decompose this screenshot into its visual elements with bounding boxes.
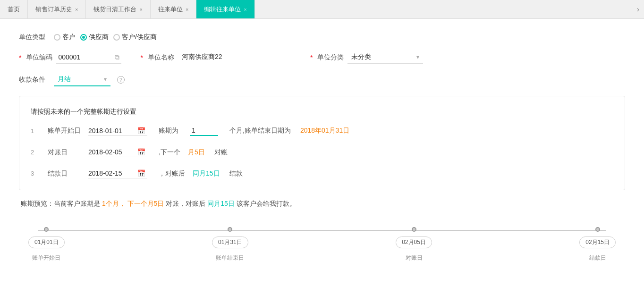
unit-code-group: * 单位编码 ⧉ — [19, 51, 121, 64]
payment-dropdown-icon: ▾ — [104, 76, 107, 83]
field-label-2: 对账日 — [48, 148, 81, 157]
reconcile-desc-prefix: ,下一个 — [159, 148, 180, 157]
row-num-2: 2 — [31, 149, 40, 156]
section-title: 请按照未来的一个完整帐期进行设置 — [31, 108, 613, 116]
tl-sublabel-1: 账单开始日 — [32, 254, 60, 262]
tl-sublabel-3: 对账日 — [406, 254, 423, 262]
timeline-point-3: 02月05日 对账日 — [396, 222, 432, 262]
billing-row-2: 2 对账日 📅 ,下一个 月5日 对账 — [31, 147, 613, 157]
calendar-icon-1[interactable]: 📅 — [136, 127, 147, 135]
tab-home[interactable]: 首页 — [0, 0, 28, 18]
tl-badge-3: 02月05日 — [396, 236, 432, 248]
tab-sales-order-history[interactable]: 销售订单历史 × — [28, 0, 86, 18]
timeline-point-2: 01月31日 账单结束日 — [212, 222, 248, 262]
close-tab-sales[interactable]: × — [75, 7, 78, 12]
timeline-point-1: 01月01日 账单开始日 — [28, 222, 65, 262]
required-star-classify: * — [310, 54, 313, 61]
main-content: 单位类型 客户 供应商 客户/供应商 * 单位编码 ⧉ * 单位名称 — [0, 19, 644, 287]
field-label-3: 结款日 — [48, 169, 81, 178]
unit-type-label: 单位类型 — [19, 33, 45, 42]
payment-terms-value: 月结 — [58, 75, 104, 84]
unit-name-input[interactable] — [178, 51, 282, 63]
unit-name-label: 单位名称 — [148, 53, 174, 62]
billing-row-1: 1 账单开始日 📅 账期为 个月,账单结束日期为 2018年01月31日 — [31, 126, 613, 136]
payment-desc-prefix: ，对账后 — [159, 169, 185, 178]
payment-date-input[interactable] — [88, 169, 136, 177]
date-input-2: 📅 — [88, 147, 147, 157]
unit-code-input-wrap: ⧉ — [56, 51, 121, 64]
tl-dot-2 — [228, 227, 232, 232]
unit-classify-value: 未分类 — [351, 53, 416, 61]
radio-supplier[interactable]: 供应商 — [80, 33, 109, 42]
tab-partner-units[interactable]: 往来单位 × — [151, 0, 196, 18]
tab-cash-reconciliation[interactable]: 钱货日清工作台 × — [86, 0, 150, 18]
reconcile-date-input[interactable] — [88, 148, 136, 156]
required-star-name: * — [140, 54, 143, 61]
radio-customer-supplier[interactable]: 客户/供应商 — [113, 33, 157, 42]
preview-suffix: 该客户会给我打款。 — [237, 200, 296, 207]
unit-classify-select[interactable]: 未分类 ▾ — [347, 51, 423, 64]
close-tab-cash[interactable]: × — [139, 7, 142, 12]
tl-badge-2: 01月31日 — [212, 236, 248, 248]
tab-edit-partner-unit[interactable]: 编辑往来单位 × — [196, 0, 254, 18]
billing-row-3: 3 结款日 📅 ，对账后 同月15日 结款 — [31, 169, 613, 178]
tl-dot-1 — [44, 227, 49, 232]
timeline-container: 01月01日 账单开始日 01月31日 账单结束日 02月05日 对账日 02月… — [19, 218, 625, 267]
copy-icon[interactable]: ⧉ — [113, 53, 121, 61]
unit-classify-label: 单位分类 — [317, 53, 344, 62]
close-tab-partner[interactable]: × — [186, 7, 188, 12]
preview-middle: 对账，对账后 — [166, 200, 205, 207]
preview-part2: 下一个月5日 — [127, 200, 164, 207]
radio-customer-supplier-label: 客户/供应商 — [122, 33, 157, 42]
preview-part1: 1个月， — [102, 200, 126, 207]
payment-terms-label: 收款条件 — [19, 76, 45, 84]
row-num-1: 1 — [31, 127, 40, 135]
row-num-3: 3 — [31, 170, 40, 177]
required-star-code: * — [19, 54, 21, 61]
reconcile-highlight: 月5日 — [188, 148, 205, 157]
period-unit-1: 个月,账单结束日期为 — [229, 127, 291, 135]
preview-part3: 同月15日 — [207, 200, 235, 207]
billing-section: 请按照未来的一个完整帐期进行设置 1 账单开始日 📅 账期为 个月,账单结束日期… — [19, 96, 625, 190]
preview-prefix: 账期预览：当前客户账期是 — [21, 200, 100, 207]
unit-code-label: 单位编码 — [26, 53, 52, 62]
field-label-1: 账单开始日 — [48, 127, 81, 135]
date-input-3: 📅 — [88, 169, 147, 178]
preview-row: 账期预览：当前客户账期是 1个月， 下一个月5日 对账，对账后 同月15日 该客… — [19, 200, 625, 208]
start-date-input[interactable] — [88, 127, 136, 135]
unit-code-input[interactable] — [56, 53, 113, 61]
help-icon[interactable]: ? — [117, 76, 125, 84]
tl-sublabel-2: 账单结束日 — [216, 254, 244, 262]
radio-customer-label: 客户 — [62, 33, 76, 42]
calendar-icon-2[interactable]: 📅 — [136, 148, 147, 156]
radio-supplier-label: 供应商 — [89, 33, 109, 42]
tl-badge-4: 02月15日 — [579, 236, 616, 248]
timeline-point-4: 02月15日 结款日 — [579, 222, 616, 262]
unit-info-row: * 单位编码 ⧉ * 单位名称 * 单位分类 未分类 ▾ — [19, 51, 625, 64]
radio-customer[interactable]: 客户 — [54, 33, 76, 42]
payment-terms-row: 收款条件 月结 ▾ ? — [19, 73, 625, 86]
unit-classify-group: * 单位分类 未分类 ▾ — [310, 51, 423, 64]
unit-type-row: 单位类型 客户 供应商 客户/供应商 — [19, 33, 625, 42]
payment-terms-select[interactable]: 月结 ▾ — [54, 73, 110, 86]
reconcile-desc-suffix: 对账 — [214, 148, 228, 157]
tab-more-button[interactable]: › — [632, 5, 644, 14]
tl-dot-4 — [595, 227, 600, 232]
tl-dot-3 — [412, 227, 416, 232]
calendar-icon-3[interactable]: 📅 — [136, 169, 147, 177]
period-input[interactable] — [190, 126, 218, 136]
classify-dropdown-icon: ▾ — [416, 54, 419, 60]
close-tab-edit[interactable]: × — [244, 7, 246, 12]
payment-highlight: 同月15日 — [193, 169, 220, 178]
end-date-highlight: 2018年01月31日 — [300, 127, 349, 135]
unit-name-group: * 单位名称 — [140, 51, 281, 63]
tl-sublabel-4: 结款日 — [589, 254, 606, 262]
payment-desc-suffix: 结款 — [229, 169, 243, 178]
tl-badge-1: 01月01日 — [28, 236, 65, 248]
date-input-1: 📅 — [88, 126, 147, 136]
tab-bar: 首页 销售订单历史 × 钱货日清工作台 × 往来单位 × 编辑往来单位 × › — [0, 0, 644, 19]
period-label-1: 账期为 — [159, 127, 178, 135]
